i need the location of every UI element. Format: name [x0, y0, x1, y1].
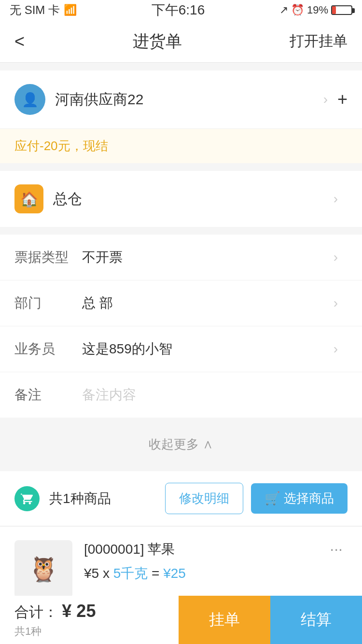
product-more-button[interactable]: ···	[325, 540, 348, 558]
select-product-label: 选择商品	[284, 490, 334, 507]
remark-input[interactable]: 备注内容	[82, 386, 348, 404]
avatar-icon: 👤	[22, 92, 39, 108]
product-count-text: 共1种商品	[49, 490, 165, 508]
supplier-row[interactable]: 👤 河南供应商22 › +	[0, 70, 362, 129]
alarm-icon: ⏰	[291, 4, 304, 16]
dept-chevron-icon: ›	[334, 295, 338, 311]
nav-bar: < 进货单 打开挂单	[0, 20, 362, 63]
dept-label: 部门	[14, 294, 72, 312]
supplier-name: 河南供应商22	[55, 90, 323, 110]
footer-total-main: 合计： ¥ 25	[14, 601, 164, 622]
invoice-chevron-icon: ›	[334, 250, 338, 265]
product-header: 共1种商品 修改明细 🛒 选择商品	[0, 471, 362, 526]
supplier-avatar: 👤	[14, 84, 45, 115]
select-product-button[interactable]: 🛒 选择商品	[251, 483, 348, 514]
warehouse-name: 总仓	[53, 189, 334, 209]
status-bar: 无 SIM 卡 📶 下午6:16 ↗ ⏰ 19%	[0, 0, 362, 20]
hang-button[interactable]: 挂单	[179, 596, 270, 644]
salesperson-value: 这是859的小智	[82, 340, 334, 358]
location-icon: ↗	[279, 4, 288, 16]
product-total: ¥25	[163, 566, 186, 581]
battery-percent: 19%	[307, 4, 328, 16]
warehouse-card: 🏠 总仓 ›	[0, 171, 362, 227]
invoice-value: 不开票	[82, 248, 334, 266]
salesperson-chevron-icon: ›	[334, 341, 338, 357]
product-info: [0000001] 苹果 ¥5 x 5千克 = ¥25	[84, 540, 325, 583]
invoice-label: 票据类型	[14, 248, 72, 266]
remark-label: 备注	[14, 386, 72, 404]
collapse-toggle[interactable]: 收起更多 ∧	[0, 425, 362, 463]
select-product-icon: 🛒	[265, 491, 280, 506]
product-name: [0000001] 苹果	[84, 540, 325, 559]
pay-label: 结算	[301, 609, 332, 630]
status-right: ↗ ⏰ 19%	[279, 4, 352, 16]
total-amount: ¥ 25	[62, 601, 96, 621]
form-row-salesperson[interactable]: 业务员 这是859的小智 ›	[0, 326, 362, 372]
carrier-text: 无 SIM 卡	[10, 2, 60, 18]
product-thumbnail: 🦉	[14, 540, 72, 598]
form-card: 票据类型 不开票 › 部门 总 部 › 业务员 这是859的小智 › 备注 备注…	[0, 235, 362, 418]
footer-total: 合计： ¥ 25 共1种	[0, 596, 179, 644]
main-content: 👤 河南供应商22 › + 应付-20元，现结 🏠 总仓 › 票据类型 不开票 …	[0, 70, 362, 644]
hang-label: 挂单	[209, 609, 240, 630]
product-card: 共1种商品 修改明细 🛒 选择商品 🦉 [0000001] 苹果 ¥5 x 5千…	[0, 471, 362, 612]
price-separator: x	[103, 566, 113, 581]
open-hang-button[interactable]: 打开挂单	[290, 31, 348, 51]
product-count-icon	[14, 486, 40, 511]
product-owl-icon: 🦉	[28, 555, 58, 583]
wifi-icon: 📶	[64, 4, 77, 16]
battery-icon	[331, 5, 352, 15]
supplier-chevron-icon: ›	[323, 92, 328, 107]
equals-sign: =	[152, 566, 163, 581]
dept-value: 总 部	[82, 294, 334, 312]
add-button[interactable]: +	[337, 89, 348, 110]
form-row-dept[interactable]: 部门 总 部 ›	[0, 280, 362, 326]
product-unit-price: ¥5	[84, 566, 99, 581]
form-row-invoice[interactable]: 票据类型 不开票 ›	[0, 235, 362, 280]
supplier-card: 👤 河南供应商22 › + 应付-20元，现结	[0, 70, 362, 163]
status-carrier: 无 SIM 卡 📶	[10, 2, 77, 18]
page-title: 进货单	[133, 30, 182, 53]
warehouse-chevron-icon: ›	[334, 191, 338, 207]
cart-icon	[20, 492, 34, 505]
back-button[interactable]: <	[14, 31, 25, 52]
warehouse-row[interactable]: 🏠 总仓 ›	[0, 171, 362, 227]
footer-count: 共1种	[14, 624, 164, 639]
edit-details-button[interactable]: 修改明细	[165, 483, 243, 514]
payment-tip: 应付-20元，现结	[0, 129, 362, 163]
product-quantity: 5千克	[113, 566, 148, 581]
pay-button[interactable]: 结算	[270, 596, 362, 644]
product-price: ¥5 x 5千克 = ¥25	[84, 564, 325, 583]
footer: 合计： ¥ 25 共1种 挂单 结算	[0, 596, 362, 644]
form-row-remark[interactable]: 备注 备注内容	[0, 372, 362, 418]
status-time: 下午6:16	[152, 1, 205, 19]
salesperson-label: 业务员	[14, 340, 72, 358]
warehouse-icon: 🏠	[14, 184, 43, 213]
total-label: 合计：	[14, 604, 58, 620]
